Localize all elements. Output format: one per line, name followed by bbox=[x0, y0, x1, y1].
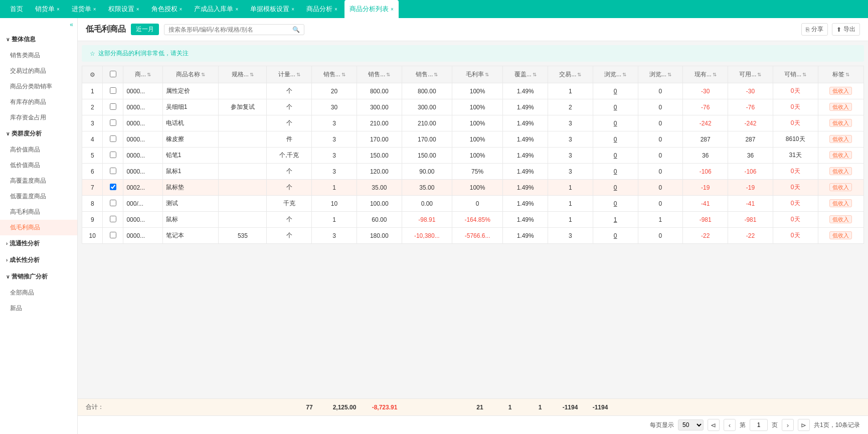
sidebar-group-流通性分析[interactable]: ›流通性分析 bbox=[0, 235, 77, 252]
settings-icon[interactable]: ⚙ bbox=[90, 71, 95, 78]
cell-tag[interactable]: 低收入 bbox=[818, 148, 863, 164]
table-header-code[interactable]: 商...⇅ bbox=[123, 66, 162, 83]
table-header-unit[interactable]: 计量...⇅ bbox=[267, 66, 312, 83]
next-page-btn[interactable]: › bbox=[782, 419, 794, 431]
cell-tag[interactable]: 低收入 bbox=[818, 99, 863, 115]
cell-views1[interactable]: 1 bbox=[593, 212, 638, 228]
nav-item-商品分析[interactable]: 商品分析 × bbox=[301, 0, 342, 18]
sidebar-item-低价值商品[interactable]: 低价值商品 bbox=[0, 158, 77, 173]
nav-item-产成品入库单[interactable]: 产成品入库单 × bbox=[189, 0, 243, 18]
view-link[interactable]: 1 bbox=[614, 216, 617, 223]
table-header-gross_rate[interactable]: 毛利率⇅ bbox=[452, 66, 502, 83]
sidebar-item-高毛利商品[interactable]: 高毛利商品 bbox=[0, 204, 77, 220]
sidebar-item-高价值商品[interactable]: 高价值商品 bbox=[0, 142, 77, 158]
view-link[interactable]: 0 bbox=[614, 168, 617, 175]
cell-tag[interactable]: 低收入 bbox=[818, 228, 863, 244]
view-link[interactable]: 0 bbox=[614, 184, 617, 191]
sidebar-item-高覆盖度商品[interactable]: 高覆盖度商品 bbox=[0, 173, 77, 189]
sidebar-item-库存资金占用[interactable]: 库存资金占用 bbox=[0, 110, 77, 125]
select-all-checkbox[interactable] bbox=[110, 71, 116, 77]
row-checkbox[interactable] bbox=[110, 119, 116, 126]
view-link[interactable]: 0 bbox=[614, 152, 617, 159]
cell-tag[interactable]: 低收入 bbox=[818, 164, 863, 180]
sidebar-item-低毛利商品[interactable]: 低毛利商品 bbox=[0, 220, 77, 235]
sidebar-item-低覆盖度商品[interactable]: 低覆盖度商品 bbox=[0, 189, 77, 204]
table-header-views1[interactable]: 浏览...⇅ bbox=[593, 66, 638, 83]
close-icon[interactable]: × bbox=[180, 7, 183, 12]
cell-views1[interactable]: 0 bbox=[593, 83, 638, 99]
per-page-select[interactable]: 102050100 bbox=[678, 419, 704, 430]
sidebar-group-整体信息[interactable]: ∨整体信息 bbox=[0, 31, 77, 48]
view-link[interactable]: 0 bbox=[614, 200, 617, 207]
search-input[interactable] bbox=[168, 26, 292, 33]
page-input[interactable] bbox=[750, 419, 768, 431]
row-checkbox[interactable] bbox=[110, 87, 116, 94]
table-header-transactions[interactable]: 交易...⇅ bbox=[548, 66, 593, 83]
cell-tag[interactable]: 低收入 bbox=[818, 83, 863, 99]
sidebar-item-有库存的商品[interactable]: 有库存的商品 bbox=[0, 94, 77, 110]
cell-tag[interactable]: 低收入 bbox=[818, 115, 863, 131]
nav-item-单据模板设置[interactable]: 单据模板设置 × bbox=[245, 0, 299, 18]
table-header-current_stock[interactable]: 现有...⇅ bbox=[683, 66, 728, 83]
table-header-coverage[interactable]: 覆盖...⇅ bbox=[503, 66, 548, 83]
table-header-spec[interactable]: 规格...⇅ bbox=[219, 66, 267, 83]
close-icon[interactable]: × bbox=[291, 7, 294, 12]
close-icon[interactable]: × bbox=[235, 7, 238, 12]
sidebar-group-类群度分析[interactable]: ∨类群度分析 bbox=[0, 125, 77, 142]
sidebar-item-新品[interactable]: 新品 bbox=[0, 301, 77, 316]
sidebar-item-全部商品[interactable]: 全部商品 bbox=[0, 285, 77, 301]
cell-tag[interactable]: 低收入 bbox=[818, 180, 863, 196]
row-checkbox[interactable] bbox=[110, 216, 116, 222]
nav-item-商品分析列表[interactable]: 商品分析列表 × bbox=[344, 0, 399, 18]
table-header-sellable_days[interactable]: 可销...⇅ bbox=[773, 66, 818, 83]
sidebar-collapse-btn[interactable]: « bbox=[0, 18, 77, 31]
first-page-btn[interactable]: ⊲ bbox=[708, 419, 720, 431]
cell-views1[interactable]: 0 bbox=[593, 164, 638, 180]
row-checkbox[interactable] bbox=[110, 184, 116, 190]
view-link[interactable]: 0 bbox=[614, 88, 617, 95]
cell-tag[interactable]: 低收入 bbox=[818, 212, 863, 228]
sidebar-item-商品分类助销率[interactable]: 商品分类助销率 bbox=[0, 79, 77, 94]
close-icon[interactable]: × bbox=[334, 7, 337, 12]
table-header-views2[interactable]: 浏览...⇅ bbox=[638, 66, 683, 83]
nav-item-角色授权[interactable]: 角色授权 × bbox=[146, 0, 188, 18]
table-header-sales_amount[interactable]: 销售...⇅ bbox=[357, 66, 402, 83]
sidebar-group-营销推广分析[interactable]: ∨营销推广分析 bbox=[0, 268, 77, 285]
export-button[interactable]: ⬆ 导出 bbox=[832, 23, 860, 36]
row-checkbox[interactable] bbox=[110, 135, 116, 142]
row-checkbox[interactable] bbox=[110, 152, 116, 158]
view-link[interactable]: 0 bbox=[614, 136, 617, 143]
table-header-sales_qty[interactable]: 销售...⇅ bbox=[312, 66, 357, 83]
cell-tag[interactable]: 低收入 bbox=[818, 196, 863, 212]
nav-item-进货单[interactable]: 进货单 × bbox=[67, 0, 101, 18]
sidebar-group-成长性分析[interactable]: ›成长性分析 bbox=[0, 252, 77, 268]
cell-tag[interactable]: 低收入 bbox=[818, 131, 863, 148]
search-icon[interactable]: 🔍 bbox=[292, 26, 300, 33]
view-link[interactable]: 0 bbox=[614, 120, 617, 127]
row-checkbox[interactable] bbox=[110, 200, 116, 206]
cell-views1[interactable]: 0 bbox=[593, 131, 638, 148]
table-header-available_stock[interactable]: 可用...⇅ bbox=[728, 66, 773, 83]
row-checkbox[interactable] bbox=[110, 232, 116, 238]
row-checkbox[interactable] bbox=[110, 168, 116, 174]
cell-views1[interactable]: 0 bbox=[593, 115, 638, 131]
sidebar-item-销售类商品[interactable]: 销售类商品 bbox=[0, 48, 77, 63]
view-link[interactable]: 0 bbox=[614, 104, 617, 111]
sidebar-item-交易过的商品[interactable]: 交易过的商品 bbox=[0, 63, 77, 79]
nav-item-权限设置[interactable]: 权限设置 × bbox=[103, 0, 144, 18]
cell-views1[interactable]: 0 bbox=[593, 228, 638, 244]
table-header-name[interactable]: 商品名称⇅ bbox=[162, 66, 219, 83]
cell-views1[interactable]: 0 bbox=[593, 99, 638, 115]
last-page-btn[interactable]: ⊳ bbox=[798, 419, 810, 431]
prev-page-btn[interactable]: ‹ bbox=[724, 419, 736, 431]
close-icon[interactable]: × bbox=[93, 7, 96, 12]
close-icon[interactable]: × bbox=[57, 7, 60, 12]
view-link[interactable]: 0 bbox=[614, 232, 617, 239]
cell-views1[interactable]: 0 bbox=[593, 196, 638, 212]
nav-item-首页[interactable]: 首页 bbox=[5, 0, 28, 18]
cell-views1[interactable]: 0 bbox=[593, 148, 638, 164]
table-header-sales_cost[interactable]: 销售...⇅ bbox=[402, 66, 452, 83]
filter-btn[interactable]: 近一月 bbox=[131, 24, 159, 35]
table-header-tag[interactable]: 标签⇅ bbox=[818, 66, 863, 83]
row-checkbox[interactable] bbox=[110, 103, 116, 110]
